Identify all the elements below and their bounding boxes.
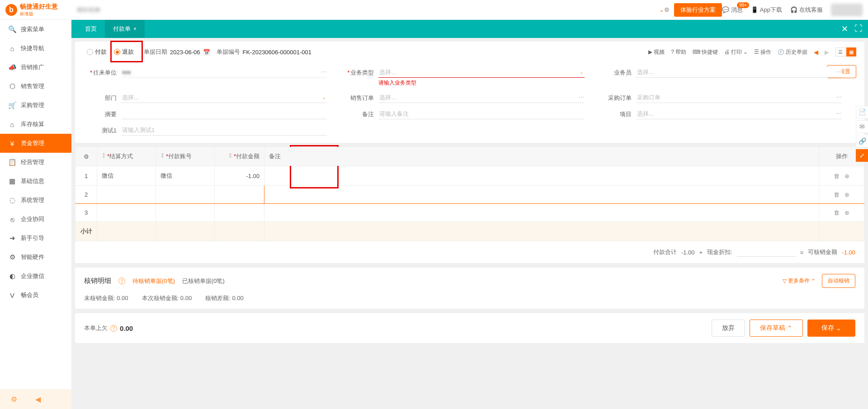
more-icon[interactable]: ⋯ [836, 94, 841, 100]
close-all-icon[interactable]: ✕ [841, 24, 848, 34]
video-link[interactable]: ▶视频 [648, 48, 665, 56]
purchase-order-input[interactable] [636, 92, 842, 103]
delete-icon[interactable]: 🗑 [834, 191, 840, 198]
sidebar-item[interactable]: 📋经营管理 [0, 153, 71, 172]
add-icon[interactable]: ⊕ [844, 173, 849, 179]
org-selector[interactable]: 组织名称 [77, 6, 659, 14]
history-link[interactable]: 🕘历史单据 [778, 48, 807, 56]
delete-icon[interactable]: 🗑 [834, 173, 840, 179]
float-attach-icon[interactable]: 🔗 [856, 135, 868, 147]
add-icon[interactable]: ⊕ [844, 191, 849, 198]
sidebar-item[interactable]: 📣营销推广 [0, 58, 71, 77]
tabs-right: ✕ ⛶ [841, 24, 863, 34]
settings-icon[interactable]: ⚙ [11, 395, 17, 404]
menu-icon: ◌ [8, 196, 16, 204]
abandon-button[interactable]: 放弃 [712, 320, 745, 337]
prev-icon[interactable]: ◀ [814, 49, 818, 56]
remark-input[interactable] [378, 108, 584, 119]
col-amount[interactable]: ▲▼*付款金额 [215, 147, 264, 166]
sidebar-item[interactable]: ¥资金管理 [0, 134, 71, 153]
col-account[interactable]: ▲▼*付款账号 [156, 147, 215, 166]
user-avatar[interactable] [831, 4, 863, 16]
more-icon[interactable]: ⋯ [836, 110, 841, 117]
help-link[interactable]: ?帮助 [671, 48, 686, 56]
right-float-toolbar: 📄 ✉ 🔗 ⤢ [856, 106, 868, 162]
col-settle[interactable]: ▲▼*结算方式 [97, 147, 156, 166]
salesman-input[interactable] [636, 67, 842, 78]
chevron-down-icon[interactable]: ⌄ [659, 6, 664, 13]
more-icon[interactable]: ⋯ [321, 68, 326, 75]
close-icon[interactable]: × [133, 26, 137, 32]
filter-icon: ▽ [783, 278, 787, 284]
next-icon[interactable]: ▶ [825, 49, 829, 56]
sales-order-input[interactable] [378, 92, 584, 103]
float-mail-icon[interactable]: ✉ [856, 120, 868, 133]
app-download-link[interactable]: 📱 App下载 [751, 6, 782, 14]
sidebar-item[interactable]: ➜新手引导 [0, 229, 71, 248]
help-icon[interactable]: ? [118, 277, 125, 284]
verify-tab-pending[interactable]: 待核销单据(0笔) [132, 277, 175, 285]
sidebar-item[interactable]: ▦基础信息 [0, 172, 71, 191]
table-row[interactable]: 2 🗑 ⊕ [75, 186, 864, 204]
partner-input[interactable] [121, 67, 327, 78]
sidebar-item[interactable]: ⌂库存核算 [0, 115, 71, 134]
sidebar-item[interactable]: ◐企业微信 [0, 267, 71, 286]
delete-icon[interactable]: 🗑 [834, 209, 840, 216]
float-expand-icon[interactable]: ⤢ [856, 149, 868, 162]
table-row[interactable]: 3 🗑 ⊕ [75, 204, 864, 222]
auto-verify-button[interactable]: 自动核销 [822, 274, 855, 288]
chevron-down-icon[interactable]: ⌄ [322, 94, 326, 100]
sidebar-item[interactable]: ⬡销售管理 [0, 77, 71, 96]
radio-icon [87, 49, 93, 55]
action-link[interactable]: ☰操作 [754, 48, 771, 56]
calendar-icon[interactable]: 📅 [203, 49, 210, 56]
dept-input[interactable] [121, 92, 327, 103]
chevron-down-icon[interactable]: ⌄ [580, 69, 584, 75]
salesman-field: 业务员 ⋯ [598, 67, 855, 87]
sidebar-item-label: 系统管理 [21, 196, 44, 204]
message-link[interactable]: 💬 消息 99+ [722, 6, 743, 14]
sidebar-item[interactable]: ⎋企业协同 [0, 210, 71, 229]
sidebar-item[interactable]: ◌系统管理 [0, 191, 71, 210]
biz-type-input[interactable] [378, 67, 584, 78]
shortcut-link[interactable]: ⌨快捷键 [693, 48, 718, 56]
help-icon[interactable]: ? [110, 325, 117, 332]
table-row[interactable]: 1 微信 微信 -1.00 🗑 ⊕ [75, 166, 864, 186]
radio-pay[interactable]: 付款 [83, 46, 110, 58]
sidebar-item[interactable]: 🔍搜索菜单 [0, 20, 71, 39]
doc-date-field: 单据日期 2023-06-06 📅 [144, 48, 210, 56]
radio-refund[interactable]: 退款 [110, 46, 137, 58]
sidebar-menu: 🔍搜索菜单⌂快捷导航📣营销推广⬡销售管理🛒采购管理⌂库存核算¥资金管理📋经营管理… [0, 20, 71, 389]
save-button[interactable]: 保存 ⌄ [807, 320, 855, 337]
collapse-icon[interactable]: ◀ [35, 395, 41, 404]
more-conditions-link[interactable]: ▽ 更多条件 ⌃ [783, 277, 816, 285]
more-icon[interactable]: ⋯ [579, 94, 584, 100]
col-remark[interactable]: 备注 [264, 147, 819, 166]
col-gear[interactable]: ⚙ [75, 147, 97, 166]
experience-button[interactable]: 体验行业方案 [674, 3, 722, 17]
sidebar-item-label: 采购管理 [21, 101, 44, 109]
summary-input[interactable] [121, 108, 327, 119]
fullscreen-icon[interactable]: ⛶ [854, 24, 863, 34]
gear-icon[interactable]: ⚙ [664, 6, 670, 13]
sidebar-item[interactable]: ⚙智能硬件 [0, 248, 71, 267]
sidebar-item[interactable]: 🛒采购管理 [0, 96, 71, 115]
sidebar-item[interactable]: V畅会员 [0, 286, 71, 305]
sidebar-item[interactable]: ⌂快捷导航 [0, 39, 71, 58]
view-list-button[interactable]: ☰ [835, 47, 845, 56]
test1-input[interactable] [121, 125, 327, 136]
cash-discount-input[interactable] [737, 248, 796, 257]
toolbar-right: ▶视频 ?帮助 ⌨快捷键 🖨打印⌄ ☰操作 🕘历史单据 ◀ ▶ ☰ ▦ [648, 47, 856, 56]
more-icon[interactable]: ⋯ [836, 68, 841, 75]
add-icon[interactable]: ⊕ [844, 209, 849, 216]
print-link[interactable]: 🖨打印⌄ [724, 48, 748, 56]
tab-payment[interactable]: 付款单 × [105, 20, 145, 38]
project-input[interactable] [636, 108, 842, 119]
online-service-link[interactable]: 🎧 在线客服 [790, 6, 823, 14]
view-card-button[interactable]: ▦ [846, 47, 856, 56]
tab-home[interactable]: 首页 [77, 20, 105, 38]
float-note-icon[interactable]: 📄 [856, 106, 868, 118]
sidebar-item-label: 智能硬件 [21, 253, 44, 261]
verify-tab-done[interactable]: 已核销单据(0笔) [182, 277, 225, 285]
save-draft-button[interactable]: 保存草稿 ⌃ [750, 320, 803, 337]
